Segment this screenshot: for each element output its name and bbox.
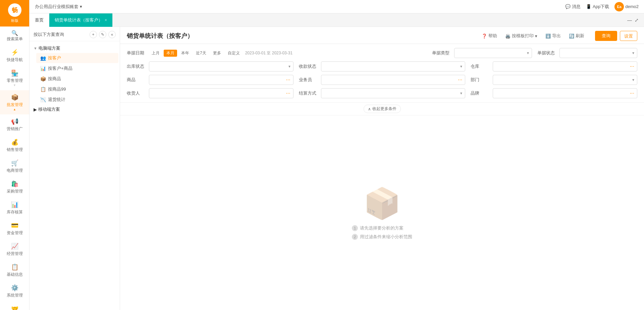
tab-maximize-button[interactable]: ⤢ [635, 17, 639, 23]
message-button[interactable]: 💬 消息 [565, 4, 581, 10]
warehouse-selector[interactable]: ··· [493, 61, 637, 71]
date-tab-this-month[interactable]: 本月 [164, 50, 177, 57]
collection-filter-item: 收款状态 ▾ [299, 61, 466, 71]
doc-type-selector[interactable]: ▾ [454, 48, 532, 58]
logo-abbr: 畅 [12, 6, 18, 14]
export-icon: ⬇️ [545, 34, 551, 39]
sidebar-item-retail[interactable]: 🏪 零售管理 ▼ [0, 66, 29, 90]
operation-icon: 📈 [11, 243, 18, 250]
help-icon: ❓ [482, 34, 487, 39]
brand-label: 品牌 [471, 90, 491, 96]
date-tab-last7days[interactable]: 近7天 [193, 50, 209, 57]
collapse-panel-button[interactable]: « [108, 31, 116, 38]
tab-home[interactable]: 首页 [30, 13, 49, 27]
query-button[interactable]: 查询 [595, 31, 617, 41]
template-print-button[interactable]: 🖨️ 按模板打印 ▾ [502, 32, 540, 40]
mobile-scheme-group: ▶ 移动端方案 [30, 105, 120, 114]
right-content: 销货单统计表（按客户） ❓ 帮助 🖨️ 按模板打印 ▾ ⬇️ 导出 [120, 27, 644, 310]
brand-filter-item: 品牌 ··· [471, 88, 637, 98]
date-tab-custom[interactable]: 自定义 [225, 50, 243, 57]
warehouse-dots: ··· [630, 63, 634, 69]
retail-arrow: ▼ [13, 84, 16, 87]
tab-close-button[interactable]: × [105, 18, 107, 22]
doc-status-selector[interactable]: ▾ [559, 48, 637, 58]
salesman-filter-item: 业务员 ··· [299, 75, 466, 85]
tab-minimize-button[interactable]: — [627, 17, 632, 23]
settlement-selector[interactable]: ▾ [321, 88, 466, 98]
goods-selector[interactable]: ··· [149, 75, 293, 85]
brand-dots: ··· [630, 90, 634, 96]
sidebar-item-ecommerce[interactable]: 🛒 电商管理 [0, 156, 29, 177]
industry-dropdown-icon: ▾ [80, 4, 82, 9]
doc-status-chevron: ▾ [632, 51, 634, 55]
app-download-label: App下载 [593, 4, 609, 10]
sidebar-item-wholesale[interactable]: 📦 批发管理 ▲ [0, 90, 29, 114]
sidebar-item-basic[interactable]: 📋 基础信息 [0, 260, 29, 281]
edit-scheme-button[interactable]: ✎ [99, 31, 106, 38]
operation-label: 经营管理 [7, 251, 23, 257]
scheme-item-by-goods[interactable]: 📦 按商品 [36, 74, 118, 84]
sidebar: 畅 标版 🔍 搜索菜单 ⚡ 快捷导航 🏪 零售管理 ▼ 📦 批发管理 ▲ 📢 营… [0, 0, 30, 310]
industry-selector[interactable]: 办公用品行业模拟账套 ▾ [35, 4, 82, 10]
doc-type-filter-item: 单据类型 ▾ [432, 48, 532, 58]
main-area: 办公用品行业模拟账套 ▾ 💬 消息 📱 App下载 Ea demo2 首页 销货… [30, 0, 644, 310]
sidebar-item-sales[interactable]: 💰 销售管理 [0, 135, 29, 156]
logo-text: 标版 [11, 18, 18, 23]
search-menu-button[interactable]: 🔍 搜索菜单 [7, 27, 23, 45]
scheme-item-return-stats[interactable]: 📉 退货统计 [36, 95, 118, 105]
department-selector[interactable]: ▾ [493, 75, 637, 85]
user-name: demo2 [625, 4, 639, 9]
tab-sales-stats[interactable]: 销货单统计表（按客户） × [49, 13, 113, 27]
export-button[interactable]: ⬇️ 导出 [543, 32, 564, 40]
inventory-icon: 📊 [11, 201, 18, 208]
industry-name: 办公用品行业模拟账套 [35, 4, 78, 10]
content-area: 按以下方案查询 + ✎ « ▼ 电脑端方案 👥 按客户 [30, 27, 644, 310]
sidebar-item-quicknav[interactable]: ⚡ 快捷导航 [0, 45, 29, 66]
consignee-selector[interactable]: ··· [149, 88, 293, 98]
mobile-scheme-group-header[interactable]: ▶ 移动端方案 [30, 105, 120, 114]
sidebar-item-inventory[interactable]: 📊 库存核算 [0, 198, 29, 218]
scheme-item-by-customer-goods[interactable]: 📊 按客户+商品 [36, 63, 118, 73]
app-download-button[interactable]: 📱 App下载 [586, 4, 609, 10]
sidebar-item-system[interactable]: ⚙️ 系统管理 [0, 281, 29, 302]
collection-selector[interactable]: ▾ [321, 61, 466, 71]
template-print-icon: 🖨️ [505, 34, 511, 39]
salesman-selector[interactable]: ··· [321, 75, 466, 85]
sidebar-item-marketing[interactable]: 📢 营销推广 [0, 114, 29, 135]
refresh-button[interactable]: 🔄 刷新 [566, 32, 587, 40]
add-scheme-button[interactable]: + [90, 31, 97, 38]
sidebar-item-operation[interactable]: 📈 经营管理 [0, 239, 29, 260]
filter-area: 单据日期 上月 本月 本年 近7天 更多 自定义 2023-03-01 至 20… [120, 44, 644, 103]
date-tab-this-year[interactable]: 本年 [178, 50, 192, 57]
filter-row-3: 商品 ··· 业务员 ··· 部门 [127, 75, 637, 85]
inventory-label: 库存核算 [7, 209, 23, 215]
sidebar-item-finance[interactable]: 💳 资金管理 [0, 218, 29, 239]
return-stats-icon: 📉 [40, 97, 46, 102]
date-range-display: 2023-03-01 至 2023-03-31 [245, 50, 292, 56]
doc-type-label: 单据类型 [432, 50, 452, 56]
page-actions: ❓ 帮助 🖨️ 按模板打印 ▾ ⬇️ 导出 🔄 刷新 [479, 31, 637, 41]
desktop-scheme-group-header[interactable]: ▼ 电脑端方案 [30, 44, 120, 53]
purchase-label: 采购管理 [7, 189, 23, 194]
app-download-icon: 📱 [586, 4, 591, 9]
sidebar-item-purchase[interactable]: 🛍️ 采购管理 [0, 177, 29, 198]
scheme-item-by-goods99[interactable]: 📋 按商品99 [36, 84, 118, 94]
finance-label: 资金管理 [7, 230, 23, 236]
ecommerce-label: 电商管理 [7, 168, 23, 173]
scheme-item-by-customer[interactable]: 👥 按客户 [36, 53, 118, 63]
brand-selector[interactable]: ··· [493, 88, 637, 98]
sidebar-item-corp[interactable]: 🤝 企业协同 [0, 302, 29, 310]
left-panel: 按以下方案查询 + ✎ « ▼ 电脑端方案 👥 按客户 [30, 27, 120, 310]
out-status-selector[interactable]: ▾ [149, 61, 293, 71]
date-tab-more[interactable]: 更多 [210, 50, 224, 57]
collapse-more-button[interactable]: ∧ 收起更多条件 [364, 105, 401, 113]
user-profile[interactable]: Ea demo2 [614, 2, 639, 11]
by-goods-icon: 📦 [40, 76, 46, 82]
wholesale-arrow: ▲ [13, 108, 16, 111]
settings-button[interactable]: 设置 [620, 31, 637, 41]
help-button[interactable]: ❓ 帮助 [479, 32, 500, 40]
mobile-group-arrow: ▶ [34, 107, 37, 112]
date-tab-last-month[interactable]: 上月 [149, 50, 162, 57]
empty-hint-1: 1 请先选择要分析的方案 [352, 225, 412, 231]
hint-num-1: 1 [352, 225, 358, 231]
